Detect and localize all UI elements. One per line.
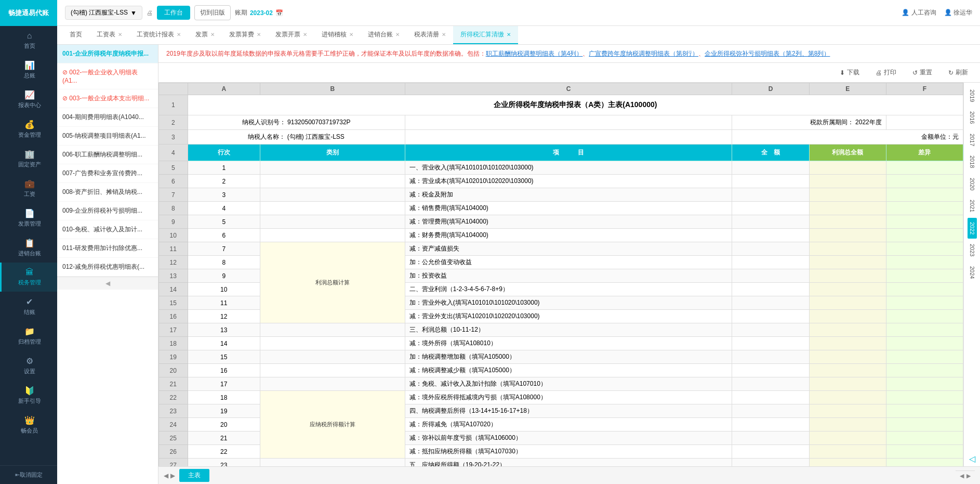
sidebar-item-ledger[interactable]: 📊 总账: [0, 55, 57, 85]
refresh-label: 刷新: [956, 68, 968, 77]
tab-close-icon[interactable]: ✕: [507, 32, 511, 37]
salary-icon: 💼: [24, 179, 35, 189]
warning-link-1[interactable]: 职工薪酬纳税调整明细表（第4列）: [486, 50, 583, 57]
year-item-2023[interactable]: 2023: [968, 240, 977, 260]
sales-icon: 📋: [24, 238, 35, 248]
tab-invoice-open[interactable]: 发票开票 ✕: [268, 26, 314, 44]
tab-close-icon[interactable]: ✕: [349, 32, 353, 37]
tab-invoice[interactable]: 发票 ✕: [188, 26, 222, 44]
tab-invsales[interactable]: 进销稽核 ✕: [314, 26, 361, 44]
list-item-009[interactable]: 009-企业所得税补亏损明细...: [57, 202, 158, 220]
warning-link-3[interactable]: 企业所得税弥补亏损明细表（第2列、第8列）: [705, 50, 830, 57]
company-selector[interactable]: (勾稽) 江西服宝-LSS ▼: [65, 6, 142, 20]
refresh-button[interactable]: ↻ 刷新: [944, 66, 972, 79]
sidebar-item-member[interactable]: 👑 畅会员: [0, 410, 57, 440]
tab-close-icon[interactable]: ✕: [395, 32, 400, 37]
prev-sheet-icon[interactable]: ◀: [164, 472, 168, 479]
sidebar-item-label: 进销台账: [18, 250, 41, 257]
collapse-panel-btn[interactable]: ◀: [57, 277, 158, 290]
print-button[interactable]: 🖨 打印: [871, 66, 900, 79]
info-row-2: 3 纳税人名称： (勾稽) 江西服宝-LSS 金额单位：元: [159, 130, 963, 145]
sidebar-item-salary[interactable]: 💼 工资: [0, 174, 57, 203]
oldver-button[interactable]: 切到旧版: [194, 5, 231, 20]
scroll-indicator: ◀ ▶: [956, 470, 975, 481]
year-item-2016[interactable]: 2016: [968, 107, 977, 128]
period-label: 账期: [235, 8, 247, 17]
sidebar: 畅捷通易代账 ⌂ 首页 📊 总账 📈 报表中心 💰 资金管理 🏢 固定资产 💼 …: [0, 0, 57, 484]
sidebar-item-settle[interactable]: ✔ 结账: [0, 292, 57, 321]
year-item-2021[interactable]: 2021: [968, 195, 977, 216]
tab-close-icon[interactable]: ✕: [118, 32, 122, 37]
tab-close-icon[interactable]: ✕: [177, 32, 181, 37]
header-right: 👤 人工咨询 👤 徐运华: [902, 8, 972, 17]
tab-salary[interactable]: 工资表 ✕: [89, 26, 129, 44]
list-item-006[interactable]: 006-职工薪酬纳税调整明细...: [57, 146, 158, 164]
report-icon: 📈: [24, 90, 35, 100]
person-icon: 👤: [902, 9, 909, 16]
title-row: 1 企业所得税年度纳税申报表（A类）主表(A100000): [159, 95, 963, 115]
list-item-002[interactable]: ⊘ 002-一般企业收入明细表(A1...: [57, 63, 158, 89]
ai-label: 人工咨询: [911, 9, 936, 16]
reset-button[interactable]: ↺ 重置: [908, 66, 936, 79]
list-item-003[interactable]: ⊘ 003-一般企业成本支出明细...: [57, 89, 158, 108]
tab-invoice-fee[interactable]: 发票算费 ✕: [222, 26, 268, 44]
sidebar-item-archive[interactable]: 📁 归档管理: [0, 321, 57, 351]
sidebar-item-report[interactable]: 📈 报表中心: [0, 85, 57, 114]
sidebar-item-capital[interactable]: 💰 资金管理: [0, 114, 57, 144]
list-item-004[interactable]: 004-期间费用明细表(A1040...: [57, 108, 158, 127]
col-b-header: B: [260, 83, 405, 95]
sheet-tab-main[interactable]: 主表: [179, 469, 209, 482]
ai-assistant[interactable]: 👤 人工咨询: [902, 8, 936, 17]
list-item-012[interactable]: 012-减免所得税优惠明细表(...: [57, 258, 158, 277]
sidebar-footer[interactable]: ⇤ 取消固定: [0, 465, 57, 484]
tab-invsales-ledger[interactable]: 进销台账 ✕: [361, 26, 407, 44]
content-area: 001-企业所得税年度纳税申报... ⊘ 002-一般企业收入明细表(A1...…: [57, 45, 980, 484]
user-name[interactable]: 👤 徐运华: [944, 8, 972, 17]
year-item-2018[interactable]: 2018: [968, 151, 977, 172]
year-item-2017[interactable]: 2017: [968, 129, 977, 150]
tab-salary-report[interactable]: 工资统计报表 ✕: [129, 26, 188, 44]
tab-tax-table[interactable]: 税表清册 ✕: [407, 26, 453, 44]
tax-period-label: 税款所属期间：: [810, 119, 854, 126]
year-item-2020[interactable]: 2020: [968, 174, 977, 194]
tab-close-icon[interactable]: ✕: [257, 32, 261, 37]
tab-close-icon[interactable]: ✕: [442, 32, 446, 37]
list-item-007[interactable]: 007-广告费和业务宣传费跨...: [57, 164, 158, 183]
sidebar-item-invoice[interactable]: 📄 发票管理: [0, 203, 57, 233]
tab-label: 税表清册: [414, 30, 439, 39]
tab-close-icon[interactable]: ✕: [303, 32, 307, 37]
print-icon[interactable]: 🖨: [147, 9, 153, 17]
table-title: 企业所得税年度纳税申报表（A类）主表(A100000): [188, 95, 963, 115]
year-item-2019[interactable]: 2019: [968, 85, 977, 106]
scroll-right-icon[interactable]: ▶: [966, 473, 971, 479]
sidebar-item-assets[interactable]: 🏢 固定资产: [0, 144, 57, 174]
sidebar-item-guide[interactable]: 🔰 新手引导: [0, 381, 57, 410]
calendar-icon[interactable]: 📅: [275, 9, 283, 17]
workbench-button[interactable]: 工作台: [157, 6, 190, 20]
next-sheet-icon[interactable]: ▶: [170, 472, 175, 479]
tab-close-icon[interactable]: ✕: [210, 32, 215, 37]
download-button[interactable]: ⬇ 下载: [836, 66, 864, 79]
expand-year-icon[interactable]: ◁: [966, 451, 978, 466]
download-icon: ⬇: [840, 69, 845, 76]
scroll-left-icon[interactable]: ◀: [960, 473, 964, 479]
list-item-008[interactable]: 008-资产折旧、摊销及纳税...: [57, 183, 158, 202]
year-item-2022[interactable]: 2022: [968, 218, 977, 239]
list-item-001[interactable]: 001-企业所得税年度纳税申报...: [57, 45, 158, 63]
tax-period-value: 2022年度: [855, 119, 882, 126]
tab-home[interactable]: 首页: [62, 26, 89, 44]
list-item-011[interactable]: 011-研发费用加计扣除优惠...: [57, 239, 158, 258]
sheet-tabs: ◀ ▶ 主表 ◀ ▶: [158, 466, 980, 484]
year-item-2024[interactable]: 2024: [968, 262, 977, 283]
list-item-005[interactable]: 005-纳税调整项目明细表(A1...: [57, 127, 158, 146]
sidebar-item-label: 报表中心: [18, 101, 41, 109]
right-panel: 2019年度步及取以前年度延续数据的申报表单元格需要手工维护正确，才能保证本年及…: [158, 45, 980, 484]
sidebar-item-sales[interactable]: 📋 进销台账: [0, 233, 57, 263]
sidebar-item-tax[interactable]: 🏛 税务管理: [0, 263, 57, 292]
sidebar-item-settings[interactable]: ⚙ 设置: [0, 351, 57, 381]
tab-income-tax[interactable]: 所得税汇算清缴 ✕: [453, 26, 518, 44]
tab-label: 工资统计报表: [137, 30, 174, 39]
list-item-010[interactable]: 010-免税、减计收入及加计...: [57, 220, 158, 239]
sidebar-item-home[interactable]: ⌂ 首页: [0, 26, 57, 55]
warning-link-2[interactable]: 广宣费跨年度纳税调整明细表（第8行）: [589, 50, 698, 57]
